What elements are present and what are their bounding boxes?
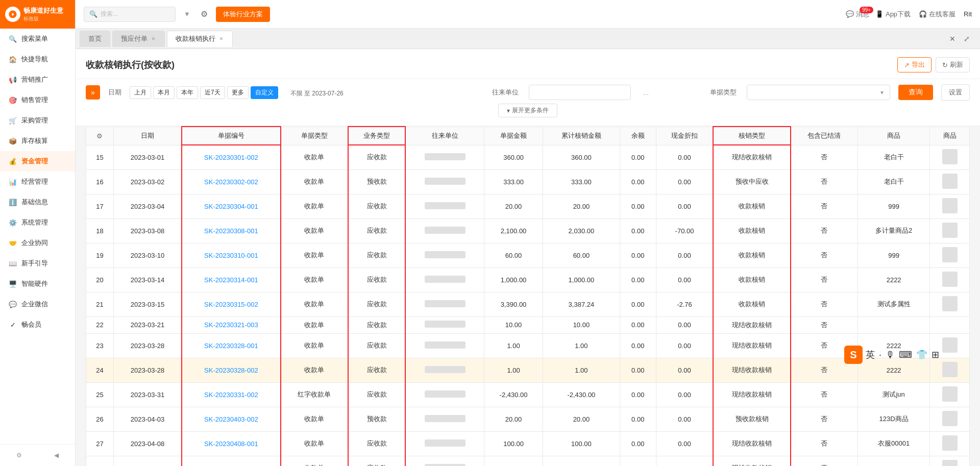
sidebar-item-basic[interactable]: ℹ️ 基础信息 <box>0 192 75 212</box>
sidebar-item-hardware[interactable]: 🖥️ 智能硬件 <box>0 274 75 294</box>
export-button[interactable]: ↗ 导出 <box>897 57 932 72</box>
tab-collection[interactable]: 收款核销执行 × <box>167 31 233 47</box>
doc-no-link[interactable]: SK-20230301-002 <box>204 154 258 161</box>
filter-doc-type-select[interactable]: ▼ <box>747 85 890 100</box>
sidebar-item-quicknav[interactable]: 🏠 快捷导航 <box>0 49 75 69</box>
cell-cancel-type: 预收款核销 <box>713 407 791 431</box>
filter-settings-button[interactable]: 设置 <box>941 84 970 101</box>
date-btn-this-month[interactable]: 本月 <box>153 86 175 99</box>
topbar-dropdown-arrow[interactable]: ▼ <box>182 8 192 20</box>
doc-no-link[interactable]: SK-20230310-001 <box>204 252 258 259</box>
doc-no-link[interactable]: SK-20230403-002 <box>204 415 258 423</box>
sidebar-settings-btn[interactable]: ⚙ <box>11 449 27 462</box>
tab-close-all-btn[interactable]: ✕ <box>947 33 958 45</box>
cell-cash-discount: 0.00 <box>656 456 713 466</box>
col-header-product1: 商品 <box>857 127 930 145</box>
cell-doc-type: 收款单 <box>281 194 348 218</box>
col-header-cash-discount: 现金折扣 <box>656 127 713 145</box>
tab-payable-close[interactable]: × <box>151 34 156 43</box>
user-name[interactable]: Rit <box>964 10 972 18</box>
sidebar-item-member[interactable]: ✓ 畅会员 <box>0 314 75 335</box>
filter-row-1: » 日期 上月 本月 本年 近7天 更多 自定义 不限 至 2023-07-26… <box>86 84 970 101</box>
table-row: 21 2023-03-15 SK-20230315-002 收款单 应收款 3,… <box>86 292 970 316</box>
data-table: ⚙ 日期 单据编号 单据类型 业务类型 往来单位 单据金额 累计核销金额 余额 … <box>86 126 970 466</box>
cell-doc-type: 收款单 <box>281 169 348 194</box>
cell-cash-discount: 0.00 <box>656 243 713 267</box>
sidebar-item-search[interactable]: 🔍 搜索菜单 <box>0 29 75 49</box>
doc-no-link[interactable]: SK-20230314-001 <box>204 276 258 284</box>
doc-no-link[interactable]: SK-20230328-002 <box>204 366 258 374</box>
doc-no-link[interactable]: SK-20230304-001 <box>204 203 258 210</box>
date-btn-7days[interactable]: 近7天 <box>200 86 225 99</box>
cell-doc-no: SK-20230328-002 <box>182 358 281 382</box>
cell-product2 <box>930 194 970 218</box>
col-header-balance: 余额 <box>620 127 656 145</box>
sidebar-item-finance[interactable]: 💰 资金管理 <box>0 151 75 171</box>
cell-num: 19 <box>86 243 114 267</box>
cell-product2 <box>930 267 970 292</box>
topbar-message[interactable]: 💬 消息 99+ <box>846 10 869 19</box>
cell-doc-type: 收款单 <box>281 145 348 169</box>
tab-expand-btn[interactable]: ⤢ <box>962 33 972 45</box>
cell-date: 2023-03-08 <box>113 218 182 243</box>
sidebar-item-inventory[interactable]: 📦 库存核算 <box>0 131 75 151</box>
industry-solution-button[interactable]: 体验行业方案 <box>216 7 270 22</box>
cell-amount: 60.00 <box>484 243 543 267</box>
tab-home[interactable]: 首页 <box>80 31 110 47</box>
sidebar-item-system[interactable]: ⚙️ 系统管理 <box>0 212 75 233</box>
cell-balance: 0.00 <box>620 407 656 431</box>
cell-unit <box>405 145 484 169</box>
sidebar-item-wechat[interactable]: 💬 企业微信 <box>0 294 75 314</box>
doc-no-link[interactable]: SK-20230331-002 <box>204 391 258 399</box>
sidebar-item-guide[interactable]: 📖 新手引导 <box>0 253 75 274</box>
filter-unit-dots[interactable]: ... <box>639 89 653 96</box>
doc-no-link[interactable]: SK-20230408-001 <box>204 440 258 448</box>
cell-doc-no: SK-20230308-001 <box>182 218 281 243</box>
sidebar-collapse-btn[interactable]: ◀ <box>49 449 64 462</box>
cell-biz-type: 应收款 <box>348 218 405 243</box>
cell-amount: 333.00 <box>484 169 543 194</box>
cell-amount: 1.00 <box>484 333 543 358</box>
app-download-btn[interactable]: 📱 App下载 <box>875 10 911 19</box>
doc-no-link[interactable]: SK-20230308-001 <box>204 227 258 235</box>
online-service-btn[interactable]: 🎧 在线客服 <box>919 10 955 19</box>
expand-more-button[interactable]: ▾ 展开更多条件 <box>498 104 557 117</box>
cell-doc-no: SK-20230328-001 <box>182 333 281 358</box>
cell-date: 2023-03-01 <box>113 145 182 169</box>
cell-product1: 老白干 <box>857 169 930 194</box>
column-settings-icon[interactable]: ⚙ <box>96 132 103 140</box>
filter-expand-button[interactable]: » <box>86 85 100 100</box>
doc-no-link[interactable]: SK-20230418-001 <box>204 464 258 467</box>
filter-unit-input[interactable] <box>529 85 631 100</box>
query-button[interactable]: 查询 <box>898 85 933 100</box>
date-btn-custom[interactable]: 自定义 <box>251 86 278 99</box>
date-btn-this-year[interactable]: 本年 <box>177 86 198 99</box>
sidebar-item-operation[interactable]: 📊 经营管理 <box>0 171 75 192</box>
sidebar-item-enterprise[interactable]: 🤝 企业协同 <box>0 233 75 253</box>
col-header-product2: 商品 <box>930 127 970 145</box>
cell-num: 23 <box>86 333 114 358</box>
doc-no-link[interactable]: SK-20230328-001 <box>204 342 258 350</box>
tab-collection-close[interactable]: × <box>218 34 224 43</box>
cell-amount: 3,390.00 <box>484 292 543 316</box>
sidebar-item-purchase[interactable]: 🛒 采购管理 <box>0 110 75 131</box>
cell-cash-discount: 0.00 <box>656 145 713 169</box>
table-row: 26 2023-04-03 SK-20230403-002 收款单 预收款 20… <box>86 407 970 431</box>
table-row: 18 2023-03-08 SK-20230308-001 收款单 应收款 2,… <box>86 218 970 243</box>
doc-no-link[interactable]: SK-20230315-002 <box>204 301 258 308</box>
cell-date: 2023-03-31 <box>113 382 182 407</box>
doc-no-link[interactable]: SK-20230321-003 <box>204 321 258 329</box>
sidebar-item-sales[interactable]: 🎯 销售管理 <box>0 90 75 110</box>
date-btn-more[interactable]: 更多 <box>227 86 249 99</box>
refresh-icon: ↻ <box>942 61 948 69</box>
doc-no-link[interactable]: SK-20230302-002 <box>204 178 258 186</box>
col-header-settings[interactable]: ⚙ <box>86 127 114 145</box>
refresh-button[interactable]: ↻ 刷新 <box>936 57 970 72</box>
date-btn-last-month[interactable]: 上月 <box>130 86 151 99</box>
topbar-search[interactable]: 🔍 搜索... <box>84 7 176 22</box>
marketing-icon: 📢 <box>8 75 17 84</box>
tab-payable[interactable]: 预应付单 × <box>112 31 165 47</box>
cell-doc-type: 收款单 <box>281 407 348 431</box>
sidebar-item-marketing[interactable]: 📢 营销推广 <box>0 69 75 90</box>
topbar-gear-icon[interactable]: ⚙ <box>199 7 210 21</box>
